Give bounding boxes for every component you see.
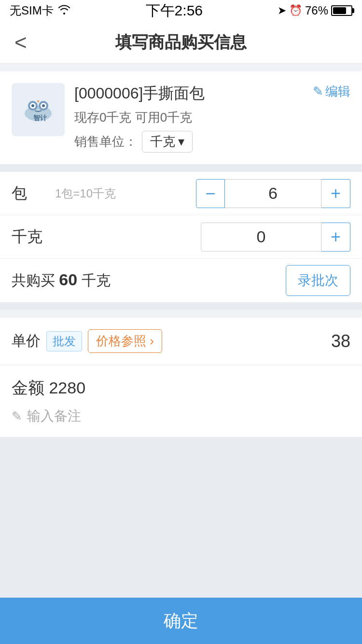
dropdown-arrow: ▾ (178, 134, 184, 149)
confirm-button[interactable]: 确定 (0, 598, 362, 644)
bag-plus-button[interactable]: + (321, 179, 350, 208)
alarm-icon: ⏰ (289, 4, 302, 17)
divider-2 (0, 302, 362, 310)
kg-quantity-input[interactable] (201, 223, 321, 252)
bag-minus-button[interactable]: − (196, 179, 225, 208)
price-section: 单价 批发 价格参照 › 38 (0, 318, 362, 364)
svg-text:智计: 智计 (33, 114, 47, 122)
status-bar: 无SIM卡 下午2:56 ➤ ⏰ 76% (0, 0, 362, 21)
battery-icon (331, 5, 352, 16)
kg-quantity-control: + (201, 223, 350, 252)
divider-1 (0, 164, 362, 172)
status-right: ➤ ⏰ 76% (278, 4, 352, 17)
amount-row: 金额 2280 (12, 377, 350, 399)
form-section: 包 1包=10千克 − + 千克 + (0, 172, 362, 259)
price-ref-button[interactable]: 价格参照 › (88, 329, 162, 353)
location-icon: ➤ (278, 4, 286, 17)
edit-icon: ✎ (313, 84, 323, 99)
svg-marker-7 (37, 100, 40, 103)
amount-label: 金额 (12, 378, 44, 397)
remark-edit-icon: ✎ (12, 409, 22, 424)
bag-hint: 1包=10千克 (55, 186, 196, 201)
record-batch-button[interactable]: 录批次 (286, 265, 350, 296)
total-unit: 千克 (82, 272, 111, 288)
status-left: 无SIM卡 (10, 3, 71, 18)
unit-dropdown[interactable]: 千克 ▾ (142, 131, 193, 153)
status-time: 下午2:56 (146, 1, 203, 21)
product-unit-row: 销售单位： 千克 ▾ (74, 131, 350, 153)
total-row: 共购买 60 千克 录批次 (0, 259, 362, 302)
total-qty: 60 (59, 270, 77, 289)
svg-point-6 (42, 104, 45, 107)
product-name: [0000006]手撕面包 (74, 83, 350, 104)
amount-section: 金额 2280 ✎ 输入备注 (0, 365, 362, 437)
bag-row: 包 1包=10千克 − + (0, 172, 362, 215)
carrier-text: 无SIM卡 (10, 3, 54, 18)
price-tag: 批发 (46, 331, 82, 351)
bag-label: 包 (12, 183, 50, 204)
product-info: [0000006]手撕面包 现存0千克 可用0千克 销售单位： 千克 ▾ (74, 83, 350, 153)
total-text: 共购买 60 千克 (12, 270, 286, 291)
product-card: 智计 [0000006]手撕面包 现存0千克 可用0千克 销售单位： 千克 ▾ … (0, 71, 362, 164)
edit-button[interactable]: ✎ 编辑 (313, 83, 350, 100)
back-button[interactable]: < (10, 26, 32, 59)
background-area (0, 437, 362, 598)
edit-label: 编辑 (325, 83, 350, 100)
bag-quantity-input[interactable] (225, 179, 321, 208)
price-label: 单价 (12, 331, 41, 351)
unit-label: 销售单位： (74, 133, 137, 150)
page-title: 填写商品购买信息 (115, 31, 247, 54)
nav-bar: < 填写商品购买信息 (0, 21, 362, 64)
wifi-icon (57, 4, 71, 17)
bag-quantity-control: − + (196, 179, 350, 208)
remark-row[interactable]: ✎ 输入备注 (12, 407, 350, 425)
battery-percent: 76% (305, 4, 328, 17)
amount-value: 2280 (49, 378, 85, 397)
kg-label: 千克 (12, 226, 50, 248)
remark-placeholder: 输入备注 (27, 407, 81, 425)
kg-row: 千克 + (0, 215, 362, 259)
product-stock: 现存0千克 可用0千克 (74, 109, 350, 126)
price-value: 38 (331, 331, 350, 351)
svg-point-5 (31, 104, 34, 107)
total-label: 共购买 (12, 272, 55, 288)
unit-value: 千克 (150, 133, 175, 150)
product-logo: 智计 (21, 93, 55, 126)
kg-plus-button[interactable]: + (321, 223, 350, 252)
product-image: 智计 (12, 83, 65, 136)
